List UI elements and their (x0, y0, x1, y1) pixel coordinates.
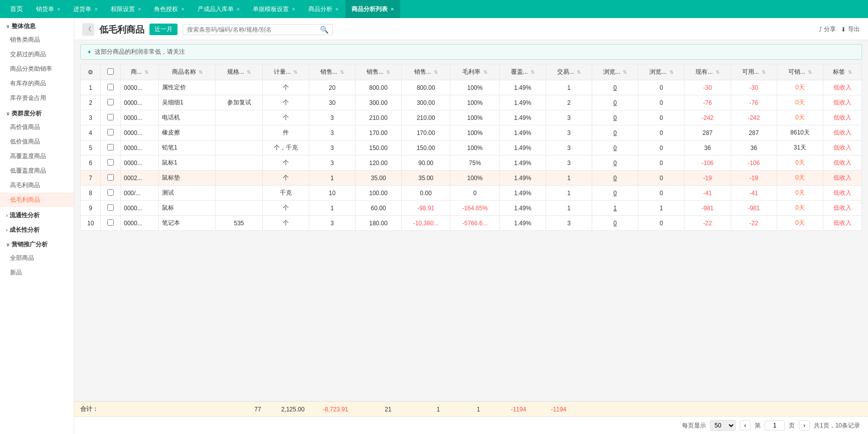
cell-view1[interactable]: 0 (592, 125, 638, 140)
th-tag[interactable]: 标签 ⇅ (823, 64, 861, 80)
nav-permission[interactable]: 权限设置× (105, 0, 147, 18)
cell-view1[interactable]: 0 (592, 186, 638, 201)
sidebar-item-low-value[interactable]: 低价值商品 (0, 134, 74, 149)
th-name[interactable]: 商品名称 ⇅ (158, 64, 216, 80)
close-icon[interactable]: × (335, 6, 338, 12)
cell-view1[interactable]: 0 (592, 216, 638, 231)
th-settings[interactable]: ⚙ (81, 64, 101, 80)
export-button[interactable]: ⬇ 导出 (841, 25, 860, 34)
search-input[interactable] (187, 26, 320, 33)
sidebar-item-high-profit[interactable]: 高毛利商品 (0, 178, 74, 193)
cell-view1[interactable]: 0 (592, 80, 638, 95)
th-unit[interactable]: 计量... ⇅ (262, 64, 309, 80)
cell-unit: 个，千克 (262, 140, 309, 156)
cell-code: 0002... (120, 171, 158, 186)
th-current[interactable]: 现有... ⇅ (684, 64, 731, 80)
nav-home[interactable]: 首页 (4, 0, 29, 18)
cell-checkbox[interactable] (101, 125, 121, 140)
nav-product-analysis[interactable]: 商品分析× (302, 0, 344, 18)
th-view1[interactable]: 浏览... ⇅ (592, 64, 638, 80)
cell-checkbox[interactable] (101, 110, 121, 125)
cell-checkbox[interactable] (101, 156, 121, 171)
row-checkbox[interactable] (107, 204, 114, 211)
page-number-input[interactable] (765, 420, 785, 430)
close-icon[interactable]: × (181, 6, 184, 12)
th-code[interactable]: 商... ⇅ (120, 64, 158, 80)
row-checkbox[interactable] (107, 189, 114, 196)
th-sales2[interactable]: 销售... ⇅ (355, 64, 401, 80)
close-icon[interactable]: × (237, 6, 240, 12)
nav-product-entry[interactable]: 产成品入库单× (192, 0, 246, 18)
row-checkbox[interactable] (107, 159, 114, 166)
share-button[interactable]: ⤴ 分享 (819, 25, 836, 34)
close-icon[interactable]: × (138, 6, 141, 12)
th-spec[interactable]: 规格... ⇅ (216, 64, 262, 80)
th-view2[interactable]: 浏览... ⇅ (638, 64, 684, 80)
sidebar-section-marketing[interactable]: ∨ 营销推广分析 (0, 236, 74, 251)
th-checkbox[interactable] (101, 64, 121, 80)
page-unit: 页 (789, 421, 795, 430)
cell-view1[interactable]: 0 (592, 156, 638, 171)
cell-gross: 100% (450, 171, 499, 186)
cell-view1[interactable]: 0 (592, 95, 638, 110)
cell-view1[interactable]: 0 (592, 171, 638, 186)
nav-sales[interactable]: 销货单× (30, 0, 66, 18)
row-checkbox[interactable] (107, 84, 114, 90)
cell-checkbox[interactable] (101, 95, 121, 110)
sidebar-item-low-profit[interactable]: 低毛利商品 (0, 193, 74, 207)
cell-checkbox[interactable] (101, 80, 121, 95)
row-checkbox[interactable] (107, 174, 114, 181)
cell-view1[interactable]: 0 (592, 140, 638, 156)
sidebar-item-high-coverage[interactable]: 高覆盖度商品 (0, 149, 74, 164)
date-filter-button[interactable]: 近一月 (149, 24, 178, 35)
sidebar-item-stock-fund[interactable]: 库存资金占用 (0, 91, 74, 105)
cell-checkbox[interactable] (101, 140, 121, 156)
close-icon[interactable]: × (391, 6, 394, 12)
info-icon: ✦ (87, 49, 92, 56)
sidebar-section-cluster[interactable]: ∨ 类群度分析 (0, 105, 74, 120)
sidebar-item-new-products[interactable]: 新品 (0, 265, 74, 280)
th-saleable[interactable]: 可销... ⇅ (777, 64, 823, 80)
cell-checkbox[interactable] (101, 216, 121, 231)
th-sales3[interactable]: 销售... ⇅ (402, 64, 450, 80)
cell-checkbox[interactable] (101, 171, 121, 186)
sidebar-item-stock-products[interactable]: 有库存的商品 (0, 76, 74, 91)
cell-view1[interactable]: 0 (592, 110, 638, 125)
sidebar-item-low-coverage[interactable]: 低覆盖度商品 (0, 164, 74, 178)
close-icon[interactable]: × (94, 6, 97, 12)
sidebar-item-high-value[interactable]: 高价值商品 (0, 120, 74, 134)
sidebar-section-overall[interactable]: ∨ 整体信息 (0, 18, 74, 33)
row-checkbox[interactable] (107, 144, 114, 151)
cell-checkbox[interactable] (101, 186, 121, 201)
cell-checkbox[interactable] (101, 201, 121, 216)
nav-product-analysis-list[interactable]: 商品分析列表× (345, 0, 400, 18)
th-coverage[interactable]: 覆盖... ⇅ (499, 64, 546, 80)
sidebar-collapse-button[interactable]: 《 (82, 23, 94, 36)
sidebar-item-traded-products[interactable]: 交易过的商品 (0, 47, 74, 62)
th-available[interactable]: 可用... ⇅ (731, 64, 777, 80)
th-trade[interactable]: 交易... ⇅ (546, 64, 592, 80)
close-icon[interactable]: × (57, 6, 60, 12)
sidebar-item-all-products[interactable]: 全部商品 (0, 251, 74, 265)
nav-template[interactable]: 单据模板设置× (247, 0, 301, 18)
nav-purchase[interactable]: 进货单× (67, 0, 103, 18)
th-sales1[interactable]: 销售... ⇅ (309, 64, 355, 80)
row-checkbox[interactable] (107, 114, 114, 120)
sidebar-item-category-rate[interactable]: 商品分类助销率 (0, 62, 74, 76)
next-page-button[interactable]: › (799, 420, 810, 430)
row-checkbox[interactable] (107, 129, 114, 135)
sidebar-item-sales-products[interactable]: 销售类商品 (0, 33, 74, 47)
sidebar-section-flow[interactable]: › 流通性分析 (0, 207, 74, 222)
search-icon[interactable]: 🔍 (320, 26, 328, 34)
sidebar-section-growth[interactable]: › 成长性分析 (0, 222, 74, 236)
prev-page-button[interactable]: ‹ (740, 420, 751, 430)
select-all-checkbox[interactable] (107, 68, 114, 75)
page-size-select[interactable]: 50 100 200 (710, 420, 736, 431)
th-gross[interactable]: 毛利率 ⇅ (450, 64, 499, 80)
close-icon[interactable]: × (292, 6, 295, 12)
row-checkbox[interactable] (107, 99, 114, 105)
cell-view1[interactable]: 1 (592, 201, 638, 216)
nav-role[interactable]: 角色授权× (148, 0, 190, 18)
row-checkbox[interactable] (107, 219, 114, 226)
cell-coverage: 1.49% (499, 125, 546, 140)
